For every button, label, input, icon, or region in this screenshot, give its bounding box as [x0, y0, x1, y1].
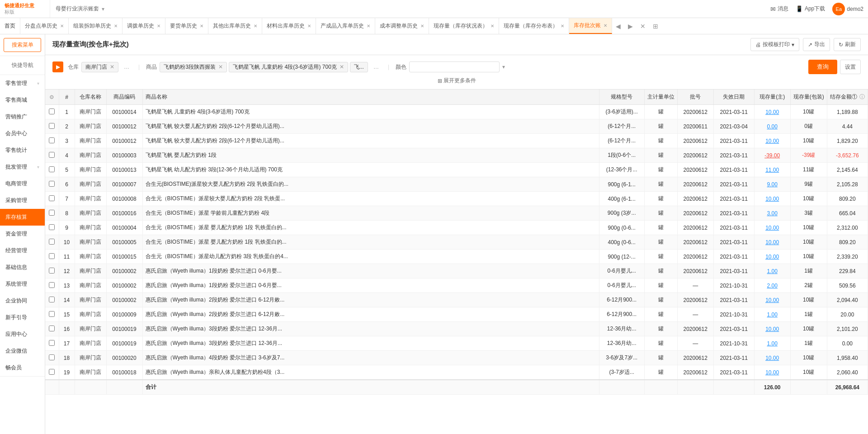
row-qty-main[interactable]: -39.00: [754, 148, 790, 163]
sidebar-item-yingxiao[interactable]: 营销推广: [0, 108, 45, 125]
product-tag-0[interactable]: 飞鹤奶粉3段陕西握装 ✕: [160, 62, 227, 72]
tab-zuchai[interactable]: 组装拆卸单历史 ✕: [69, 18, 123, 34]
tab-chengben[interactable]: 成本调整单历史 ✕: [375, 18, 429, 34]
export-btn[interactable]: ↗ 导出: [803, 38, 830, 51]
tab-kupici[interactable]: 库存批次账 ✕: [569, 18, 612, 34]
row-qty-main[interactable]: 10.00: [754, 221, 790, 235]
row-qty-main[interactable]: 1.00: [754, 264, 790, 278]
row-checkbox[interactable]: [45, 206, 59, 221]
row-qty-main[interactable]: 2.00: [754, 278, 790, 293]
refresh-btn[interactable]: ↻ 刷新: [834, 38, 861, 51]
app-download-btn[interactable]: 📱 App下载: [796, 5, 825, 13]
row-checkbox[interactable]: [45, 119, 59, 134]
warehouse-tag-close[interactable]: ✕: [110, 64, 114, 70]
row-qty-main[interactable]: 10.00: [754, 322, 790, 336]
sidebar-quick-nav-item[interactable]: 快捷导航: [0, 59, 45, 72]
product-tag-2[interactable]: 飞...: [350, 62, 368, 72]
tab-close-xianzai1[interactable]: ✕: [491, 24, 494, 28]
row-checkbox[interactable]: [45, 163, 59, 177]
row-qty-main[interactable]: 10.00: [754, 365, 790, 380]
tab-xianzai2[interactable]: 现存量（库存分布表） ✕: [499, 18, 569, 34]
row-checkbox[interactable]: [45, 307, 59, 322]
row-checkbox[interactable]: [45, 221, 59, 235]
row-qty-main[interactable]: 10.00: [754, 105, 790, 119]
row-checkbox[interactable]: [45, 148, 59, 163]
sidebar-item-caigou[interactable]: 采购管理: [0, 192, 45, 209]
row-checkbox[interactable]: [45, 250, 59, 264]
sidebar-item-pifa[interactable]: 批发管理 ▾: [0, 159, 45, 175]
row-checkbox[interactable]: [45, 365, 59, 380]
filter-toggle-btn[interactable]: ▶: [52, 61, 63, 72]
row-checkbox[interactable]: [45, 264, 59, 278]
tab-fenpai[interactable]: 分盘点单历史 ✕: [20, 18, 69, 34]
tab-close-zuchai[interactable]: ✕: [114, 24, 118, 28]
tab-close-cailiao[interactable]: ✕: [307, 24, 311, 28]
sidebar-item-yingyong[interactable]: 应用中心: [0, 326, 45, 343]
row-checkbox[interactable]: [45, 192, 59, 206]
row-qty-main[interactable]: 0.00: [754, 119, 790, 134]
warehouse-more[interactable]: …: [121, 63, 132, 71]
tab-close-qita[interactable]: ✕: [254, 24, 257, 28]
sidebar-item-xinshou[interactable]: 新手引导: [0, 309, 45, 326]
workspace-selector[interactable]: 母婴行业演示账套 ▾: [50, 0, 122, 18]
sidebar-item-xitong[interactable]: 系统管理: [0, 276, 45, 292]
sidebar-item-jichu[interactable]: 基础信息: [0, 259, 45, 276]
print-template-btn[interactable]: 🖨 按模板打印 ▾: [750, 38, 799, 51]
tab-close-chanpin[interactable]: ✕: [367, 24, 370, 28]
query-btn[interactable]: 查询: [808, 60, 837, 74]
row-qty-main[interactable]: 10.00: [754, 250, 790, 264]
warehouse-tag[interactable]: 南岸门店 ✕: [81, 62, 118, 72]
row-qty-main[interactable]: 1.00: [754, 336, 790, 351]
row-qty-main[interactable]: 10.00: [754, 293, 790, 307]
row-checkbox[interactable]: [45, 134, 59, 148]
sidebar-item-huiyuan[interactable]: 会员中心: [0, 125, 45, 142]
product-more[interactable]: …: [371, 63, 382, 71]
tab-xianzai1[interactable]: 现存量（库存状况表） ✕: [429, 18, 499, 34]
messages-btn[interactable]: ✉ 消息: [770, 5, 788, 13]
user-area[interactable]: Ea demo2: [832, 3, 863, 15]
row-checkbox[interactable]: [45, 105, 59, 119]
tab-close-xianzai2[interactable]: ✕: [561, 24, 564, 28]
row-checkbox[interactable]: [45, 235, 59, 250]
balance-info-icon[interactable]: ⓘ: [859, 94, 865, 100]
row-qty-main[interactable]: 10.00: [754, 351, 790, 365]
sidebar-item-dianshang[interactable]: 电商管理: [0, 175, 45, 192]
sidebar-item-tongji[interactable]: 零售统计: [0, 142, 45, 159]
sidebar-item-qiye[interactable]: 企业协同: [0, 292, 45, 309]
row-checkbox[interactable]: [45, 322, 59, 336]
color-input[interactable]: [409, 61, 500, 72]
tab-close-kupici[interactable]: ✕: [604, 23, 607, 28]
expand-conditions-btn[interactable]: ⊞ 展开更多条件: [438, 77, 476, 85]
row-qty-main[interactable]: 10.00: [754, 192, 790, 206]
row-checkbox[interactable]: [45, 336, 59, 351]
row-qty-main[interactable]: 10.00: [754, 134, 790, 148]
row-qty-main[interactable]: 1.00: [754, 307, 790, 322]
product-tag-0-close[interactable]: ✕: [218, 64, 223, 70]
sidebar-item-qiyeweixin[interactable]: 企业微信: [0, 343, 45, 359]
settings-gear-icon[interactable]: ⚙: [49, 94, 54, 100]
tab-tiaopo[interactable]: 调拨单历史 ✕: [123, 18, 165, 34]
sidebar-item-zijin[interactable]: 资金管理: [0, 226, 45, 242]
search-menu-btn[interactable]: 搜索菜单: [4, 38, 41, 52]
sidebar-item-huiyuanb[interactable]: 畅会员: [0, 359, 45, 376]
tab-close-chengben[interactable]: ✕: [420, 24, 424, 28]
sidebar-item-jingying[interactable]: 经营管理: [0, 242, 45, 259]
sidebar-item-lingshao2[interactable]: 零售商城: [0, 92, 45, 108]
tab-close-yaohuo[interactable]: ✕: [200, 24, 203, 28]
tab-qitachuku[interactable]: 其他出库单历史 ✕: [208, 18, 262, 34]
row-qty-main[interactable]: 10.00: [754, 235, 790, 250]
settings-btn[interactable]: 设置: [840, 60, 861, 74]
product-tag-1-close[interactable]: ✕: [340, 64, 344, 70]
tab-menu-btn[interactable]: ⊞: [649, 18, 662, 34]
tab-home[interactable]: 首页: [0, 18, 20, 34]
tab-close-fenpai[interactable]: ✕: [60, 24, 64, 28]
tab-prev-btn[interactable]: ◀: [612, 18, 624, 34]
tab-close-tiaopo[interactable]: ✕: [157, 24, 160, 28]
row-qty-main[interactable]: 9.00: [754, 177, 790, 192]
tab-next-btn[interactable]: ▶: [624, 18, 637, 34]
row-qty-main[interactable]: 11.00: [754, 163, 790, 177]
row-checkbox[interactable]: [45, 177, 59, 192]
product-tag-1[interactable]: 飞鹤星飞帆 儿童奶粉 4段(3-6岁适用) 700克 ✕: [229, 62, 348, 72]
tab-yaohuo[interactable]: 要货单历史 ✕: [165, 18, 208, 34]
row-qty-main[interactable]: 3.00: [754, 206, 790, 221]
